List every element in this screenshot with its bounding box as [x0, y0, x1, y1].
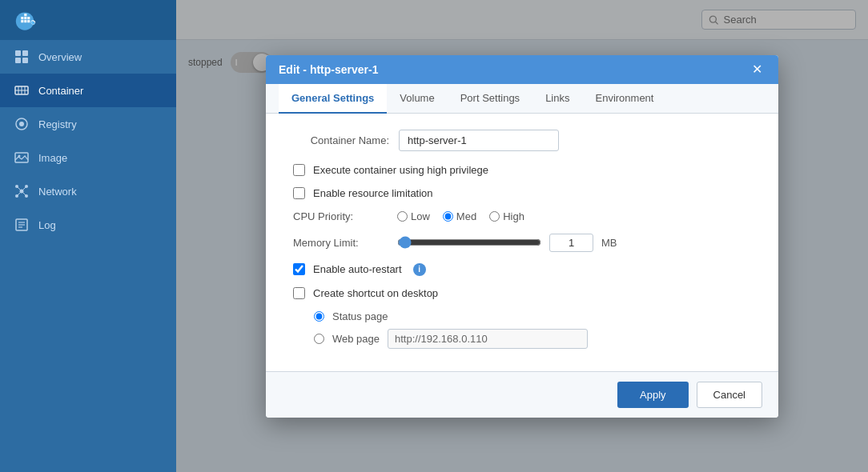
shortcut-row: Create shortcut on desktop: [285, 287, 759, 299]
cpu-med-option: Med: [443, 210, 476, 222]
resource-limit-checkbox[interactable]: [293, 187, 305, 199]
tab-general-settings[interactable]: General Settings: [279, 84, 387, 114]
dialog-close-button[interactable]: ✕: [749, 63, 766, 76]
svg-rect-1: [22, 50, 28, 56]
cpu-high-label: High: [503, 210, 524, 222]
container-name-row: Container Name:: [285, 130, 759, 151]
modal-overlay: Edit - http-server-1 ✕ General Settings …: [176, 0, 868, 472]
web-page-url-input[interactable]: [388, 329, 588, 349]
container-name-input[interactable]: [399, 130, 559, 151]
log-icon: [14, 218, 29, 232]
cpu-low-option: Low: [397, 210, 430, 222]
auto-restart-checkbox[interactable]: [293, 263, 305, 275]
cpu-priority-row: CPU Priority: Low Med: [285, 210, 759, 222]
memory-limit-row: Memory Limit: MB: [285, 234, 759, 252]
shortcut-checkbox[interactable]: [293, 287, 305, 299]
tab-port-settings[interactable]: Port Settings: [448, 84, 532, 114]
sidebar-item-registry[interactable]: Registry: [0, 107, 176, 141]
container-name-label: Container Name:: [285, 134, 389, 146]
memory-slider-container: MB: [397, 234, 617, 252]
cpu-low-label: Low: [411, 210, 430, 222]
cancel-button[interactable]: Cancel: [697, 382, 762, 408]
tab-volume[interactable]: Volume: [387, 84, 447, 114]
dialog-footer: Apply Cancel: [266, 371, 778, 418]
cpu-radio-group: Low Med High: [397, 210, 532, 222]
status-page-label: Status page: [332, 310, 388, 322]
svg-point-10: [19, 122, 24, 126]
memory-slider[interactable]: [397, 236, 541, 249]
sidebar: Overview Container Registry: [0, 0, 176, 472]
tab-environment[interactable]: Environment: [582, 84, 666, 114]
image-icon: [14, 150, 29, 165]
memory-unit-label: MB: [601, 237, 617, 249]
app-container: Overview Container Registry: [0, 0, 868, 472]
dialog-body: Container Name: Execute container using …: [266, 114, 778, 371]
web-page-row: Web page: [314, 329, 759, 349]
sidebar-item-label-network: Network: [38, 186, 77, 198]
sidebar-header: [0, 0, 176, 40]
high-privilege-label: Execute container using high privilege: [313, 164, 488, 176]
cpu-priority-label: CPU Priority:: [293, 210, 397, 222]
memory-value-input[interactable]: [549, 234, 593, 252]
shortcut-sub-options: Status page Web page: [285, 310, 759, 349]
svg-point-12: [18, 155, 21, 158]
sidebar-item-overview[interactable]: Overview: [0, 40, 176, 74]
sidebar-item-container[interactable]: Container: [0, 74, 176, 107]
dialog-titlebar: Edit - http-server-1 ✕: [266, 55, 778, 84]
web-page-label: Web page: [332, 333, 380, 345]
memory-limit-label: Memory Limit:: [293, 237, 397, 249]
svg-line-18: [17, 186, 22, 191]
svg-line-21: [22, 191, 26, 196]
auto-restart-label: Enable auto-restart: [313, 263, 402, 275]
sidebar-item-label-overview: Overview: [38, 51, 82, 63]
right-area: stopped I Edit - http-server-1 ✕ General…: [176, 0, 868, 472]
sidebar-item-network[interactable]: Network: [0, 174, 176, 208]
resource-limit-label: Enable resource limitation: [313, 187, 433, 199]
sidebar-item-label-log: Log: [38, 219, 56, 231]
sidebar-item-label-container: Container: [38, 85, 83, 97]
svg-rect-2: [15, 58, 21, 63]
apply-button[interactable]: Apply: [617, 382, 689, 408]
svg-rect-3: [22, 58, 28, 63]
svg-line-20: [17, 191, 22, 196]
sidebar-item-label-registry: Registry: [38, 118, 77, 130]
resource-limit-row: Enable resource limitation: [285, 187, 759, 199]
high-privilege-checkbox[interactable]: [293, 164, 305, 176]
auto-restart-info-icon[interactable]: i: [413, 263, 426, 276]
dialog: Edit - http-server-1 ✕ General Settings …: [266, 55, 778, 418]
network-icon: [14, 184, 29, 198]
svg-line-19: [22, 186, 26, 191]
dialog-title: Edit - http-server-1: [279, 63, 378, 76]
status-page-row: Status page: [314, 310, 759, 322]
sidebar-item-log[interactable]: Log: [0, 208, 176, 242]
overview-icon: [14, 50, 29, 64]
shortcut-label: Create shortcut on desktop: [313, 287, 438, 299]
cpu-med-radio[interactable]: [443, 211, 453, 222]
status-page-radio[interactable]: [314, 311, 324, 322]
svg-rect-0: [15, 50, 21, 56]
sidebar-item-image[interactable]: Image: [0, 141, 176, 174]
dialog-tabs: General Settings Volume Port Settings Li…: [266, 84, 778, 114]
cpu-high-radio[interactable]: [489, 211, 500, 222]
cpu-high-option: High: [489, 210, 524, 222]
cpu-med-label: Med: [456, 210, 476, 222]
registry-icon: [14, 117, 29, 131]
cpu-low-radio[interactable]: [397, 211, 408, 222]
web-page-radio[interactable]: [314, 334, 324, 344]
tab-links[interactable]: Links: [532, 84, 582, 114]
app-logo: [12, 7, 38, 33]
high-privilege-row: Execute container using high privilege: [285, 164, 759, 176]
container-icon: [14, 83, 29, 98]
sidebar-item-label-image: Image: [38, 152, 67, 164]
auto-restart-row: Enable auto-restart i: [285, 263, 759, 276]
